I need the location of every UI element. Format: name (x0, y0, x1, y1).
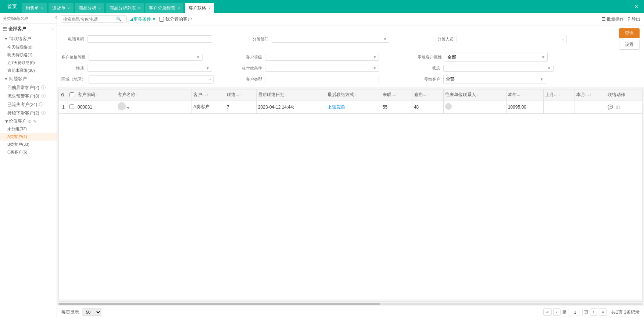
price-level-select[interactable]: ▼ (89, 54, 203, 61)
customer-level-select[interactable]: ▼ (265, 54, 379, 61)
horizontal-scrollbar[interactable] (57, 301, 644, 306)
main-search-input[interactable] (63, 17, 115, 21)
sidebar-item-a-class[interactable]: A类客户(1) (0, 133, 57, 141)
sort-icon-this-month[interactable]: ↕ (590, 93, 591, 97)
page-size-label: 每页显示 (61, 309, 79, 315)
all-customers-header[interactable]: ☷ 全部客户 ‹ (0, 24, 57, 34)
batch-operation-button[interactable]: ☰ 批量操作 (602, 16, 624, 22)
dept-select[interactable]: ▼ (272, 36, 389, 43)
pending-group-label: 待联络客户 (9, 36, 31, 42)
select-all-checkbox[interactable] (69, 92, 74, 97)
table-footer: 每页显示 50 20 100 « ‹ 第 页 › » 共1页 1条记录 (57, 306, 644, 318)
filter-customer-type: 客户类型 (239, 76, 417, 83)
sidebar-item-repurchase-abnormal[interactable]: 回购异常客户(2) ⓘ (0, 84, 57, 92)
sidebar-item-7days[interactable]: 近7天待联络(0) (0, 59, 57, 67)
sidebar-item-churned[interactable]: 已流失客户(24) ⓘ (0, 100, 57, 109)
sort-icon-contact2[interactable]: ↕ (477, 93, 479, 97)
sidebar: 🔍 ☷ 全部客户 ‹ ▼ 待联络客户 今天待联络(0) 明天待联络(1) 近7天… (0, 13, 57, 318)
my-customers-check[interactable] (159, 17, 164, 22)
sidebar-search-box[interactable]: 🔍 (0, 13, 57, 24)
search-box[interactable]: 🔍 (61, 15, 127, 23)
person-select[interactable]: ··· (457, 35, 567, 43)
collapse-icon[interactable]: ‹ (52, 27, 54, 31)
sidebar-item-declining[interactable]: 持续下滑客户(2) ⓘ (0, 109, 57, 117)
td-action: 💬 ◫ (606, 100, 642, 114)
chat-icon[interactable]: 💬 (608, 105, 613, 110)
tab-close-icon[interactable]: × (41, 6, 43, 10)
sort-icon-contact[interactable]: ↕ (240, 93, 242, 97)
page-size-select[interactable]: 50 20 100 (82, 308, 101, 316)
phone-input[interactable] (87, 35, 212, 43)
value-customers-group-header[interactable]: ▼ 价值客户 ↻ ✎ (0, 117, 57, 125)
status-select[interactable]: ▼ (443, 65, 554, 72)
region-select[interactable]: ··· (89, 75, 214, 84)
th-name: 客户名称 ↕ (116, 89, 192, 100)
qr-icon[interactable]: ◫ (616, 105, 620, 110)
more-conditions-button[interactable]: ◢ 更多条件 ▼ (130, 16, 156, 22)
nav-tab[interactable]: 销售单 × (22, 3, 47, 13)
setting-button[interactable]: 设置 (619, 40, 640, 50)
edit-icon[interactable]: ✎ (33, 119, 37, 124)
nav-tab[interactable]: 客户联络 × (185, 3, 214, 13)
sort-icon-no-days[interactable]: ↕ (396, 93, 398, 97)
export-button[interactable]: ↧ 导出 (627, 16, 640, 22)
pending-contact-group[interactable]: ▼ 待联络客户 (0, 34, 57, 43)
nature-select[interactable]: ▼ (87, 65, 212, 72)
filter-nature: 性质 ▼ (61, 65, 239, 72)
gear-icon[interactable]: ⚙ (61, 92, 65, 98)
row-checkbox[interactable] (69, 104, 74, 109)
first-page-button[interactable]: « (543, 308, 552, 316)
sidebar-item-unclassified[interactable]: 未分组(32) (0, 125, 57, 133)
customer-type-input[interactable] (265, 76, 379, 83)
sort-icon-name[interactable]: ↕ (136, 93, 138, 97)
sort-icon-this-year[interactable]: ↕ (521, 93, 523, 97)
tab-close-icon[interactable]: × (178, 6, 180, 10)
payment-select[interactable]: ▼ (265, 65, 379, 72)
sort-icon-type[interactable]: ↕ (207, 93, 208, 97)
filter-person: 分管人员 ··· (431, 35, 615, 43)
retail-attr-chevron-icon: ▼ (541, 55, 545, 59)
sidebar-item-churn-warning[interactable]: 流失预警客户(3) ⓘ (0, 92, 57, 100)
filter-bar: 🔍 ◢ 更多条件 ▼ 我分管的客户 ☰ 批量操作 ↧ 导出 (57, 13, 644, 25)
window-close-button[interactable]: × (632, 3, 641, 10)
problem-customers-group[interactable]: ▼ 问题客户 (0, 74, 57, 84)
grid-icon: ☷ (3, 26, 7, 32)
sidebar-item-overdue[interactable]: 逾期未联络(30) (0, 67, 57, 74)
sidebar-item-b-class[interactable]: B类客户(33) (0, 141, 57, 148)
nav-tab[interactable]: 客户分层经营 × (145, 3, 183, 13)
page-number-input[interactable] (568, 309, 583, 315)
scrollbar-thumb[interactable] (58, 303, 380, 305)
nav-home[interactable]: 首页 (3, 3, 21, 10)
prev-page-button[interactable]: ‹ (553, 308, 561, 316)
content-area: 🔍 ◢ 更多条件 ▼ 我分管的客户 ☰ 批量操作 ↧ 导出 (57, 13, 644, 318)
sidebar-item-today[interactable]: 今天待联络(0) (0, 43, 57, 51)
next-page-button[interactable]: › (590, 308, 597, 316)
last-page-button[interactable]: » (599, 308, 607, 316)
sidebar-item-tomorrow[interactable]: 明天待联络(1) (0, 51, 57, 59)
sort-icon-overdue[interactable]: ↕ (427, 93, 429, 97)
tab-close-icon[interactable]: × (68, 6, 70, 10)
sort-icon-last-month[interactable]: ↕ (558, 93, 560, 97)
retail-attr-select[interactable]: 全部 ▼ (445, 53, 548, 62)
query-button[interactable]: 查询 (619, 28, 640, 38)
th-contact2: 往来单位联系人 ↕ (443, 89, 506, 100)
retail-customer-select[interactable]: 全部 ▼ (443, 75, 546, 84)
tab-close-icon[interactable]: × (99, 6, 101, 10)
sort-icon-last-date[interactable]: ↕ (285, 93, 287, 97)
sidebar-item-c-class[interactable]: C类客户(6) (0, 148, 57, 156)
sort-icon-last-method[interactable]: ↕ (355, 93, 357, 97)
nav-tab[interactable]: 商品分析列表 × (106, 3, 144, 13)
tab-close-icon[interactable]: × (208, 6, 211, 10)
my-customers-checkbox[interactable]: 我分管的客户 (159, 16, 192, 22)
nav-tab[interactable]: 进货单 × (49, 3, 74, 13)
retail-customer-chevron-icon: ▼ (540, 77, 544, 81)
region-dots: ··· (207, 77, 211, 82)
customer-avatar (118, 102, 126, 110)
sidebar-search-input[interactable] (3, 16, 54, 21)
th-contact-label: 联络... (227, 92, 239, 98)
nav-tab[interactable]: 商品分析 × (75, 3, 104, 13)
sort-icon-code[interactable]: ↕ (96, 93, 98, 97)
refresh-icon[interactable]: ↻ (28, 119, 32, 124)
last-method-link[interactable]: 下销货单 (328, 104, 345, 109)
tab-close-icon[interactable]: × (138, 6, 140, 10)
